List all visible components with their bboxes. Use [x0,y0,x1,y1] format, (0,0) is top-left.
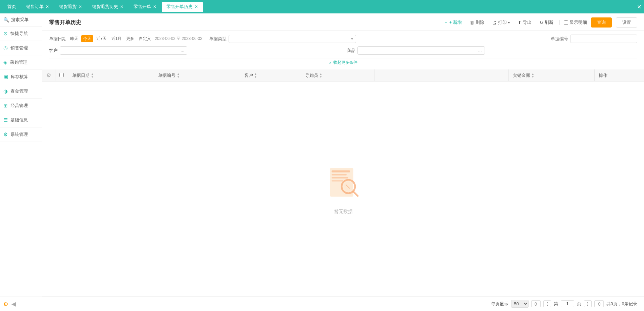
col-amount-label: 实销金额 [513,72,530,79]
customer-ellipsis-icon: ... [181,48,184,53]
date-opt-1month[interactable]: 近1月 [110,35,123,42]
refresh-button[interactable]: ↻ 刷新 [538,18,555,27]
sidebar-item-purchase[interactable]: ◈ 采购管理 [0,55,42,70]
col-customer-label: 客户 [244,72,253,79]
add-button[interactable]: ＋ + 新增 [442,18,464,27]
customer-filter-label: 客户 [49,48,58,54]
tab-return-history[interactable]: 销货退货历史 ✕ [87,2,128,12]
delete-label: 删除 [476,19,484,25]
inventory-icon: ▣ [3,74,8,80]
first-page-button[interactable]: ⟨⟨ [531,300,541,307]
empty-illustration [323,163,363,203]
col-amount: 实销金额 ▲▼ [508,69,594,82]
col-number-sort[interactable]: 单据编号 ▲▼ [158,72,236,79]
sidebar-item-system[interactable]: ⚙ 系统管理 [0,127,42,142]
type-select-arrow: ▾ [351,37,353,41]
number-input[interactable] [570,35,637,43]
sidebar-item-quicknav[interactable]: ⊙ 快捷导航 [0,27,42,41]
per-page-label: 每页显示 [491,301,508,307]
tab-home[interactable]: 首页 [3,2,21,12]
date-opt-custom[interactable]: 自定义 [137,35,153,42]
svg-rect-1 [332,170,350,172]
col-date-label: 单据日期 [72,72,90,79]
tab-sales-order-close[interactable]: ✕ [46,4,49,9]
next-page-button[interactable]: ⟩ [584,300,592,307]
goods-input[interactable]: ... [357,46,485,55]
date-opt-more[interactable]: 更多 [125,35,136,42]
col-number-label: 单据编号 [158,72,176,79]
purchase-icon: ◈ [3,59,7,65]
settings-gear-icon[interactable]: ⚙ [3,301,8,307]
main-layout: 🔍 搜索采单 ⊙ 快捷导航 ◎ 销售管理 ◈ 采购管理 ▣ 库存核算 ◑ 资金管 [0,13,644,311]
query-button[interactable]: 查询 [591,17,612,28]
close-window-icon[interactable]: ✕ [637,4,641,10]
sidebar-search[interactable]: 🔍 搜索采单 [0,13,42,27]
export-icon: ⬆ [518,20,522,25]
system-icon: ⚙ [3,132,8,138]
tab-retail-history-close[interactable]: ✕ [195,4,198,9]
sidebar-search-label: 搜索采单 [11,17,29,23]
table-settings-icon[interactable]: ⚙ [46,72,51,78]
date-filter-label: 单据日期 [49,36,66,42]
tab-retail[interactable]: 零售开单 ✕ [129,2,161,12]
select-all-checkbox[interactable] [59,73,64,77]
print-label: 打印 [498,19,507,25]
svg-rect-4 [332,180,343,182]
collapse-label: 收起更多条件 [333,60,357,65]
goods-filter: 商品 ... [347,46,638,55]
table-area: ⚙ 单据日期 ▲▼ 单据编号 [42,69,644,296]
col-guide-sort[interactable]: 导购员 ▲▼ [305,72,370,79]
amount-sort-arrows: ▲▼ [532,72,534,79]
tab-return-history-close[interactable]: ✕ [120,4,123,9]
date-opt-today[interactable]: 今天 [81,35,93,42]
export-button[interactable]: ⬆ 导出 [516,18,534,27]
prev-page-button[interactable]: ⟨ [543,300,551,307]
refresh-icon: ↻ [540,20,543,25]
date-filter: 单据日期 昨天 今天 近7天 近1月 更多 自定义 2023-06-02 至 2… [49,35,202,42]
customer-input[interactable]: ... [60,46,187,55]
last-page-button[interactable]: ⟩⟩ [594,300,604,307]
tab-retail-label: 零售开单 [134,4,151,10]
tab-return-label: 销货退货 [59,4,77,10]
sales-icon: ◎ [3,45,8,51]
type-select[interactable]: ▾ [229,35,356,43]
display-toggle[interactable]: 显示明细 [564,19,587,25]
tab-retail-history-label: 零售开单历史 [166,4,193,10]
number-filter-label: 单据编号 [551,36,568,42]
sidebar-item-finance-label: 资金管理 [10,88,28,94]
col-amount-sort[interactable]: 实销金额 ▲▼ [513,72,590,79]
col-customer-sort[interactable]: 客户 ▲▼ [244,72,297,79]
toolbar: ＋ + 新增 🗑 删除 🖨 打印 ▾ ⬆ 导出 ↻ [442,17,637,28]
sidebar-item-inventory[interactable]: ▣ 库存核算 [0,70,42,84]
tab-retail-history[interactable]: 零售开单历史 ✕ [162,2,203,12]
col-date-sort[interactable]: 单据日期 ▲▼ [72,72,150,79]
date-opt-yesterday[interactable]: 昨天 [68,35,80,42]
sidebar-item-sales-label: 销售管理 [10,45,28,51]
tab-return[interactable]: 销货退货 ✕ [54,2,87,12]
sidebar-item-basics[interactable]: ☰ 基础信息 [0,113,42,127]
tab-retail-close[interactable]: ✕ [153,4,156,9]
table-header-row: ⚙ 单据日期 ▲▼ 单据编号 [42,69,644,82]
col-settings[interactable]: ⚙ [42,69,55,82]
per-page-select[interactable]: 50 100 200 [511,300,529,308]
col-action-label: 操作 [599,73,607,78]
sidebar-item-sales[interactable]: ◎ 销售管理 [0,41,42,55]
number-sort-arrows: ▲▼ [177,72,180,79]
collapse-sidebar-icon[interactable]: ◀ [11,300,16,308]
date-opt-7days[interactable]: 近7天 [95,35,108,42]
col-customer: 客户 ▲▼ [240,69,301,82]
print-button[interactable]: 🖨 打印 ▾ [490,18,512,27]
sidebar-item-finance[interactable]: ◑ 资金管理 [0,84,42,99]
tab-sales-order[interactable]: 销售订单 ✕ [21,2,54,12]
setting-button[interactable]: 设置 [616,17,637,28]
delete-icon: 🗑 [470,20,474,25]
tab-return-close[interactable]: ✕ [79,4,82,9]
display-checkbox[interactable] [564,20,568,25]
tab-return-history-label: 销货退货历史 [92,4,118,10]
sidebar-item-operations[interactable]: ⊞ 经营管理 [0,99,42,113]
goods-filter-label: 商品 [347,48,355,54]
sidebar-bottom: ⚙ ◀ [0,297,42,311]
delete-button[interactable]: 🗑 删除 [468,18,486,27]
page-number-input[interactable]: 1 [561,300,574,307]
collapse-filter-button[interactable]: ∧ 收起更多条件 [49,58,637,67]
